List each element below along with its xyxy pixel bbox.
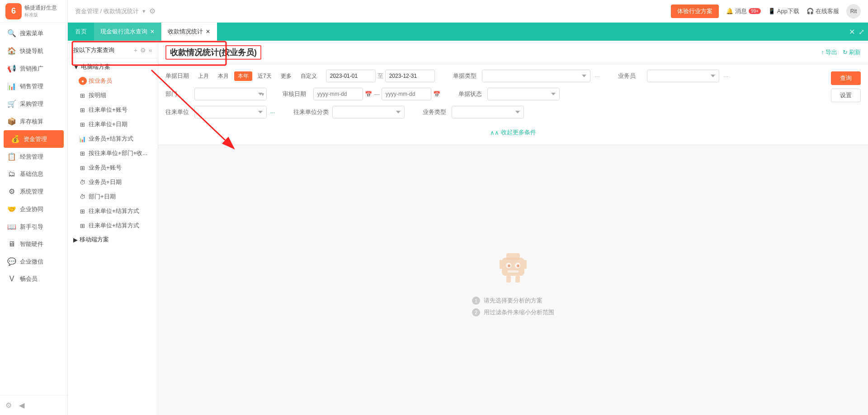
user-avatar[interactable]: Rit bbox=[846, 4, 861, 19]
salesperson-more-icon[interactable]: ··· bbox=[724, 73, 729, 80]
sidebar-item-system[interactable]: ⚙ 系统管理 bbox=[0, 183, 67, 200]
sidebar-item-guide[interactable]: 📖 新手引导 bbox=[0, 218, 67, 236]
partner-category-label: 往来单位分类 bbox=[293, 108, 329, 116]
scheme-item-partner-dept[interactable]: ⊞ 按往来单位+部门+收... bbox=[68, 146, 158, 160]
sidebar-item-finance[interactable]: 💰 资金管理 bbox=[4, 130, 64, 148]
top-header: 资金管理 / 收款情况统计 ▾ ⚙ 体验行业方案 🔔 消息 99+ 📱 App下… bbox=[68, 0, 868, 23]
scheme-setting-btn[interactable]: ⚙ bbox=[140, 47, 146, 54]
dept-dropdown-icon: ▾ bbox=[261, 91, 264, 98]
sidebar-item-enterprise[interactable]: 🤝 企业协同 bbox=[0, 200, 67, 218]
left-panel: 按以下方案查询 + ⚙ « ▼ 电脑端方案 ● 按业务员 bbox=[68, 41, 158, 415]
tab-receipt[interactable]: 收款情况统计 ✕ bbox=[161, 23, 217, 41]
scheme-item-dept-date[interactable]: ⏱ 部门+日期 bbox=[68, 189, 158, 204]
app-download-icon: 📱 bbox=[768, 8, 775, 14]
calendar-from-icon[interactable]: 📅 bbox=[365, 91, 372, 98]
sidebar-item-baseinfo[interactable]: 🗂 基础信息 bbox=[0, 165, 67, 183]
logo-icon: 6 bbox=[5, 3, 22, 19]
svg-rect-8 bbox=[524, 260, 527, 269]
desktop-group-header[interactable]: ▼ 电脑端方案 bbox=[68, 60, 158, 74]
export-icon: ↑ bbox=[821, 49, 825, 56]
scheme-item-by-detail[interactable]: ⊞ 按明细 bbox=[68, 88, 158, 103]
sidebar-item-purchase[interactable]: 🛒 采购管理 bbox=[0, 95, 67, 113]
partner-select[interactable] bbox=[194, 106, 267, 118]
filter-row-3: 往来单位 ··· 往来单位分类 bbox=[165, 106, 824, 118]
salesperson-select[interactable] bbox=[647, 70, 719, 82]
doctype-more-icon[interactable]: ··· bbox=[595, 73, 600, 80]
shortcut-more[interactable]: 更多 bbox=[277, 71, 295, 81]
settings-bottom-icon[interactable]: ⚙ bbox=[5, 401, 12, 410]
date-shortcuts: 上月 本月 本年 近7天 更多 自定义 bbox=[194, 71, 321, 81]
scheme-item-by-salesperson[interactable]: ● 按业务员 bbox=[68, 74, 158, 88]
doctype-label: 单据类型 bbox=[453, 72, 478, 80]
review-date-to-input[interactable] bbox=[382, 88, 431, 100]
sidebar-item-marketing[interactable]: 📢 营销推广 bbox=[0, 60, 67, 77]
logo-text: 畅捷通好生意 标准版 bbox=[24, 5, 57, 18]
scheme-item-salesperson-date[interactable]: ⏱ 业务员+日期 bbox=[68, 175, 158, 189]
doc-status-select[interactable] bbox=[487, 88, 560, 100]
sidebar-item-hardware[interactable]: 🖥 智能硬件 bbox=[0, 236, 67, 253]
empty-step-1: 1 请先选择要分析的方案 bbox=[472, 297, 554, 305]
filter-doc-status-item: 单据状态 bbox=[458, 88, 560, 100]
collapse-more-btn[interactable]: ∧∧ 收起更多条件 bbox=[165, 126, 861, 139]
trial-btn[interactable]: 体验行业方案 bbox=[671, 5, 719, 18]
partner-date-icon: ⊞ bbox=[79, 121, 86, 128]
review-date-label: 审核日期 bbox=[283, 90, 308, 98]
mobile-group-header[interactable]: ▶ 移动端方案 bbox=[68, 233, 158, 246]
customer-service-btn[interactable]: 🎧 在线客服 bbox=[807, 7, 839, 15]
sidebar-item-inventory[interactable]: 📦 库存核算 bbox=[0, 113, 67, 130]
biz-type-select[interactable] bbox=[452, 106, 524, 118]
scheme-item-partner-date[interactable]: ⊞ 往来单位+日期 bbox=[68, 117, 158, 132]
filter-biz-type-item: 业务类型 bbox=[423, 106, 524, 118]
tab-bank-close-icon[interactable]: ✕ bbox=[150, 28, 155, 35]
sidebar-item-vip[interactable]: V 畅会员 bbox=[0, 270, 67, 288]
breadcrumb-chevron-icon[interactable]: ▾ bbox=[142, 8, 146, 14]
sidebar-item-search[interactable]: 🔍 搜索菜单 bbox=[0, 24, 67, 42]
calendar-to-icon[interactable]: 📅 bbox=[433, 91, 440, 98]
date-to-input[interactable] bbox=[385, 70, 435, 82]
system-icon: ⚙ bbox=[7, 187, 16, 196]
tab-close-all-icon[interactable]: ✕ bbox=[849, 28, 855, 36]
tab-home[interactable]: 首页 bbox=[68, 23, 94, 41]
add-scheme-btn[interactable]: + bbox=[134, 47, 137, 54]
purchase-icon: 🛒 bbox=[7, 99, 16, 108]
doctype-select[interactable] bbox=[482, 70, 590, 82]
app-download-btn[interactable]: 📱 App下载 bbox=[768, 7, 799, 15]
scheme-item-partner-settlement2[interactable]: ⊞ 往来单位+结算方式 bbox=[68, 218, 158, 233]
shortcut-this-month[interactable]: 本月 bbox=[214, 71, 232, 81]
scheme-item-salesperson-account[interactable]: ⊞ 业务员+账号 bbox=[68, 160, 158, 175]
collapse-panel-btn[interactable]: « bbox=[149, 47, 152, 54]
refresh-btn[interactable]: ↻ 刷新 bbox=[843, 48, 861, 57]
export-btn[interactable]: ↑ 导出 bbox=[821, 48, 838, 57]
sidebar-item-wechat[interactable]: 💬 企业微信 bbox=[0, 253, 67, 270]
scheme-item-partner-settlement1[interactable]: ⊞ 往来单位+结算方式 bbox=[68, 204, 158, 218]
review-date-from-input[interactable] bbox=[313, 88, 363, 100]
partner-more-btn[interactable]: ··· bbox=[270, 109, 275, 116]
collapse-sidebar-icon[interactable]: ◀ bbox=[19, 401, 24, 410]
sidebar-item-quicknav[interactable]: 🏠 快捷导航 bbox=[0, 42, 67, 60]
dept-select[interactable] bbox=[194, 88, 267, 100]
shortcut-custom[interactable]: 自定义 bbox=[297, 71, 321, 81]
detail-icon: ⊞ bbox=[79, 92, 86, 99]
content-area: 按以下方案查询 + ⚙ « ▼ 电脑端方案 ● 按业务员 bbox=[68, 41, 868, 415]
scheme-item-salesperson-settlement[interactable]: 📊 业务员+结算方式 bbox=[68, 132, 158, 146]
finance-icon: 💰 bbox=[11, 135, 20, 143]
notification-btn[interactable]: 🔔 消息 99+ bbox=[726, 7, 761, 15]
shortcut-this-year[interactable]: 本年 bbox=[234, 71, 252, 81]
hardware-icon: 🖥 bbox=[7, 240, 16, 248]
query-btn[interactable]: 查询 bbox=[831, 71, 861, 85]
desktop-group-arrow-icon: ▼ bbox=[73, 64, 79, 71]
header-gear-icon[interactable]: ⚙ bbox=[149, 7, 156, 15]
tab-bank[interactable]: 现金银行流水查询 ✕ bbox=[94, 23, 161, 41]
home-icon: 🏠 bbox=[7, 47, 16, 55]
tab-expand-icon[interactable]: ⤢ bbox=[859, 28, 864, 36]
sidebar-item-operation[interactable]: 📋 经营管理 bbox=[0, 148, 67, 165]
filter-setting-btn[interactable]: 设置 bbox=[831, 89, 861, 102]
date-from-input[interactable] bbox=[326, 70, 376, 82]
partner-category-select[interactable] bbox=[332, 106, 405, 118]
shortcut-last7days[interactable]: 近7天 bbox=[254, 71, 275, 81]
sidebar-item-sales[interactable]: 📊 销售管理 bbox=[0, 77, 67, 95]
tab-receipt-close-icon[interactable]: ✕ bbox=[206, 28, 210, 35]
shortcut-last-month[interactable]: 上月 bbox=[194, 71, 212, 81]
scheme-item-partner-account[interactable]: ⊞ 往来单位+账号 bbox=[68, 103, 158, 117]
empty-robot-illustration bbox=[491, 244, 536, 289]
